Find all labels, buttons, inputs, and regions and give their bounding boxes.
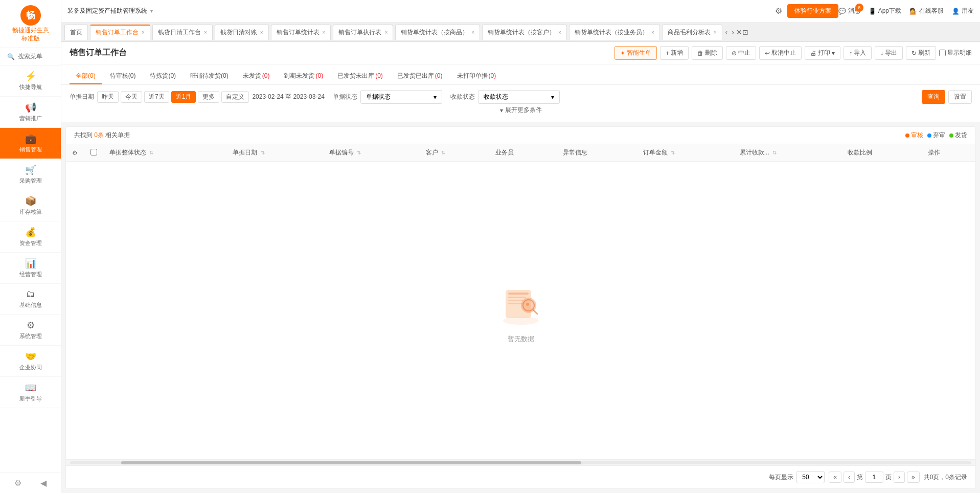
- sort-date-icon[interactable]: ⇅: [261, 150, 265, 155]
- filter-setting-btn[interactable]: 设置: [948, 90, 972, 104]
- topbar-app-download[interactable]: 📱 App下载: [869, 7, 901, 15]
- topbar-user[interactable]: 👤 用友: [952, 7, 974, 15]
- tab-close-sales-stats[interactable]: ×: [323, 30, 326, 35]
- sidebar-item-system[interactable]: ⚙ 系统管理: [0, 315, 61, 346]
- date-btn-yesterday[interactable]: 昨天: [97, 91, 119, 103]
- page-input[interactable]: [865, 472, 883, 483]
- tab-close-sales-exec[interactable]: ×: [384, 30, 388, 35]
- date-btn-1month[interactable]: 近1月: [171, 91, 196, 103]
- show-detail-input[interactable]: [939, 50, 946, 56]
- add-btn[interactable]: + 新增: [660, 46, 689, 60]
- sidebar-search[interactable]: 🔍 搜索菜单: [0, 48, 61, 65]
- sub-tab-wangpu[interactable]: 旺铺待发货(0): [184, 69, 235, 84]
- export-btn[interactable]: ↓ 导出: [875, 46, 903, 60]
- horizontal-scrollbar[interactable]: [66, 459, 975, 465]
- page-last-btn[interactable]: »: [907, 472, 920, 483]
- tab-close-gross-margin[interactable]: ×: [714, 30, 717, 35]
- sort-status-icon[interactable]: ⇅: [149, 150, 153, 155]
- date-btn-more[interactable]: 更多: [198, 91, 219, 103]
- sub-tab-unprinted[interactable]: 未打印单据(0): [451, 69, 503, 84]
- tab-expand-btn[interactable]: ⊡: [742, 28, 748, 36]
- tab-close-cash-daily[interactable]: ×: [204, 30, 207, 35]
- tab-sales-customer[interactable]: 销货单统计表（按客户） ×: [482, 25, 567, 40]
- sidebar-item-marketing[interactable]: 📢 营销推广: [0, 97, 61, 128]
- topbar-settings-icon[interactable]: ⚙: [775, 6, 782, 16]
- sub-tab-overdue-unshipped[interactable]: 到期未发货(0): [278, 69, 329, 84]
- page-size-select[interactable]: 50 100 200: [796, 471, 825, 483]
- tab-close-sales-product[interactable]: ×: [471, 30, 474, 35]
- tab-sales-salesperson[interactable]: 销货单统计表（按业务员） ×: [569, 25, 660, 40]
- stop-btn[interactable]: ⊘ 中止: [726, 46, 756, 60]
- tab-close-sales-customer[interactable]: ×: [558, 30, 561, 35]
- logo-text: 畅捷通好生意 标准版: [12, 27, 49, 42]
- filter-date: 单据日期 昨天 今天 近7天 近1月 更多 自定义 2023-02-24 至 2…: [70, 91, 325, 103]
- trial-btn[interactable]: 体验行业方案: [787, 4, 838, 18]
- print-btn[interactable]: 🖨 打印 ▾: [805, 46, 840, 60]
- tab-prev-btn[interactable]: ‹: [723, 27, 730, 37]
- sub-tab-unshipped[interactable]: 未发货(0): [237, 69, 276, 84]
- tab-close-all-btn[interactable]: ✕: [736, 28, 742, 36]
- refresh-btn[interactable]: ↻ 刷新: [906, 46, 936, 60]
- cancel-stop-btn[interactable]: ↩ 取消中止: [759, 46, 802, 60]
- select-all-checkbox[interactable]: [90, 149, 97, 155]
- page-next-btn[interactable]: ›: [894, 472, 905, 483]
- scrollbar-thumb[interactable]: [121, 461, 581, 464]
- sidebar-item-finance[interactable]: 💰 资金管理: [0, 221, 61, 253]
- tab-cash-reconcile[interactable]: 钱货日清对账 ×: [215, 25, 269, 40]
- page-first-btn[interactable]: «: [829, 472, 841, 483]
- print-dropdown-icon[interactable]: ▾: [832, 50, 835, 57]
- sidebar-settings-icon[interactable]: ⚙: [14, 478, 21, 488]
- sidebar-item-quick-nav[interactable]: ⚡ 快捷导航: [0, 65, 61, 97]
- sort-customer-icon[interactable]: ⇅: [441, 150, 445, 155]
- unreview-action-btn[interactable]: 弃审: [927, 131, 945, 140]
- sub-tab-all[interactable]: 全部(0): [70, 69, 102, 84]
- sort-number-icon[interactable]: ⇅: [357, 150, 361, 155]
- date-btn-7days[interactable]: 近7天: [144, 91, 169, 103]
- import-btn[interactable]: ↑ 导入: [844, 46, 872, 60]
- tab-cash-daily[interactable]: 钱货日清工作台 ×: [152, 25, 213, 40]
- topbar-online-service[interactable]: 💁 在线客服: [909, 7, 944, 15]
- topbar-dropdown-arrow[interactable]: ▾: [150, 8, 153, 14]
- sidebar-item-basic[interactable]: 🗂 基础信息: [0, 284, 61, 315]
- sidebar-item-sales[interactable]: 💼 销售管理: [0, 128, 61, 159]
- ship-action-btn[interactable]: 发货: [949, 131, 967, 140]
- tab-close-sales-salesperson[interactable]: ×: [651, 30, 654, 35]
- tab-sales-exec[interactable]: 销售订单执行表 ×: [333, 25, 393, 40]
- tab-sales-product[interactable]: 销货单统计表（按商品） ×: [395, 25, 480, 40]
- payment-select[interactable]: 收款状态 ▾: [478, 90, 560, 104]
- expand-more-btn[interactable]: ▾ 展开更多条件: [500, 106, 542, 115]
- sidebar-item-operations[interactable]: 📊 经营管理: [0, 253, 61, 284]
- tab-sales-stats[interactable]: 销售订单统计表 ×: [271, 25, 331, 40]
- sidebar-item-guide[interactable]: 📖 新手引导: [0, 377, 61, 408]
- sort-amount-icon[interactable]: ⇅: [671, 150, 675, 155]
- topbar-message[interactable]: 💬 消息 6: [838, 7, 860, 15]
- sub-tab-shipped-out[interactable]: 已发货已出库(0): [391, 69, 449, 84]
- review-action-btn[interactable]: 审核: [905, 131, 923, 140]
- page-prev-btn[interactable]: ‹: [844, 472, 855, 483]
- sub-tab-pending-review[interactable]: 待审核(0): [104, 69, 142, 84]
- sub-tab-pending-pick[interactable]: 待拣货(0): [144, 69, 182, 84]
- sidebar-item-inventory[interactable]: 📦 库存核算: [0, 190, 61, 221]
- tab-gross-margin[interactable]: 商品毛利分析表 ×: [662, 25, 722, 40]
- col-settings[interactable]: ⚙: [66, 144, 84, 162]
- page-content: 销售订单工作台 ✦ 智能生单 + 新增 🗑 删除 ⊘ 中止: [61, 42, 980, 493]
- col-checkbox-header[interactable]: [84, 144, 103, 162]
- tab-sales-workbench[interactable]: 销售订单工作台 ×: [90, 25, 150, 40]
- sidebar-item-purchase[interactable]: 🛒 采购管理: [0, 159, 61, 190]
- date-btn-custom[interactable]: 自定义: [221, 91, 249, 103]
- payment-dropdown-icon: ▾: [551, 94, 554, 101]
- tab-home[interactable]: 首页: [64, 25, 88, 40]
- show-detail-checkbox[interactable]: 显示明细: [939, 49, 972, 57]
- tab-close-sales-workbench[interactable]: ×: [142, 30, 145, 35]
- sidebar-item-enterprise[interactable]: 🤝 企业协同: [0, 346, 61, 377]
- tab-close-cash-reconcile[interactable]: ×: [260, 30, 263, 35]
- sub-tab-shipped-not-out[interactable]: 已发货未出库(0): [331, 69, 389, 84]
- tab-next-btn[interactable]: ›: [730, 27, 736, 37]
- ai-generate-btn[interactable]: ✦ 智能生单: [614, 46, 657, 60]
- status-select[interactable]: 单据状态 ▾: [360, 90, 442, 104]
- search-btn[interactable]: 查询: [922, 90, 945, 104]
- date-btn-today[interactable]: 今天: [121, 91, 142, 103]
- sort-collected-icon[interactable]: ⇅: [772, 150, 777, 155]
- delete-btn[interactable]: 🗑 删除: [692, 46, 723, 60]
- sidebar-collapse-icon[interactable]: ◀: [40, 478, 47, 488]
